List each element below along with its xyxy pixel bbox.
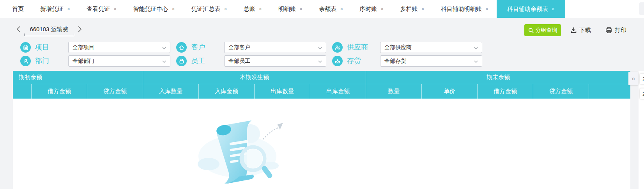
period-chip[interactable]: 2 [640, 88, 644, 99]
header-cell-credit-amount-2: 贷方金额 [533, 84, 589, 99]
table-group-header-row: 期初余额 本期发生额 期末余额 [13, 71, 630, 84]
employee-select[interactable]: 全部员工 [224, 55, 326, 67]
header-cell-outbound-amount: 出库金额 [310, 84, 366, 99]
group-header-current-period: 本期发生额 [143, 71, 366, 84]
chevron-down-icon [162, 46, 166, 50]
header-cell-empty [13, 84, 31, 99]
header-cell-quantity: 数量 [366, 84, 421, 99]
tab-subject-aux-detail[interactable]: 科目辅助明细账× [433, 0, 497, 18]
select-value: 全部部门 [73, 58, 94, 65]
tab-label: 序时账 [359, 5, 377, 13]
breadcrumb-underline [24, 34, 74, 36]
close-icon[interactable]: × [259, 6, 262, 12]
scroll-search-illustration [194, 118, 284, 184]
header-cell-unit-price: 单价 [421, 84, 477, 99]
close-icon[interactable]: × [340, 6, 343, 12]
tab-general-ledger[interactable]: 总账× [235, 0, 270, 18]
print-label: 打印 [615, 26, 626, 34]
close-icon[interactable]: × [421, 6, 425, 12]
department-select[interactable]: 全部部门 [68, 55, 170, 67]
clipboard-icon [20, 42, 31, 53]
download-icon [570, 27, 577, 34]
briefcase-icon [176, 56, 187, 66]
close-icon[interactable]: × [299, 6, 303, 12]
header-cell-inbound-amount: 入库金额 [198, 84, 254, 99]
header-cell-debit-amount: 借方金额 [31, 84, 87, 99]
tab-subsidiary-ledger[interactable]: 明细账× [270, 0, 311, 18]
group-query-button[interactable]: 分组查询 [524, 24, 561, 36]
filter-label: 项目 [35, 42, 49, 53]
chevron-left-icon[interactable] [16, 26, 22, 33]
tab-label: 明细账 [278, 5, 296, 13]
inbox-icon [332, 56, 343, 66]
tab-multi-column-ledger[interactable]: 多栏账× [392, 0, 433, 18]
header-cell-inbound-qty: 入库数量 [143, 84, 198, 99]
download-button[interactable]: 下载 [570, 24, 591, 36]
tab-label: 智能凭证中心 [133, 5, 168, 13]
tab-journal[interactable]: 序时账× [351, 0, 392, 18]
select-value: 全部员工 [228, 58, 250, 65]
search-icon [528, 28, 534, 33]
filter-label: 部门 [35, 56, 49, 66]
close-icon[interactable]: × [380, 6, 384, 12]
period-chip-label: 2 [642, 91, 644, 97]
tab-smart-voucher-center[interactable]: 智能凭证中心× [125, 0, 183, 18]
tab-home[interactable]: 首页 [4, 0, 32, 18]
filter-label: 供应商 [347, 42, 368, 53]
app-window: 首页 新增凭证× 查看凭证× 智能凭证中心× 凭证汇总表× 总账× 明细账× 余… [0, 0, 644, 189]
close-icon[interactable]: × [67, 6, 70, 12]
select-value: 全部客户 [228, 44, 250, 51]
table-header: 期初余额 本期发生额 期末余额 借方金额 贷方金额 入库数量 入库金额 出库数量… [13, 71, 630, 99]
print-button[interactable]: 打印 [605, 24, 626, 36]
close-icon[interactable]: × [485, 6, 488, 12]
tab-add-voucher[interactable]: 新增凭证× [32, 0, 78, 18]
header-cell-credit-amount: 贷方金额 [87, 84, 143, 99]
chevron-down-icon [474, 46, 478, 50]
close-icon[interactable]: × [224, 6, 227, 12]
toolbar: 660103 运输费 分组查询 下载 打印 [0, 18, 644, 41]
users-icon [332, 42, 343, 53]
tab-subject-aux-balance[interactable]: 科目辅助余额表× [497, 0, 565, 18]
tab-label: 科目辅助明细账 [441, 5, 482, 13]
tab-label: 科目辅助余额表 [507, 5, 548, 13]
chevron-down-icon [474, 59, 478, 64]
table-body-empty [13, 99, 630, 189]
close-icon[interactable]: × [113, 6, 117, 12]
group-header-ending-balance: 期末余额 [366, 71, 630, 84]
filter-label: 客户 [191, 42, 205, 53]
supplier-select[interactable]: 全部供应商 [380, 42, 482, 53]
tab-label: 新增凭证 [40, 5, 64, 13]
customer-select[interactable]: 全部客户 [224, 42, 326, 53]
close-icon[interactable]: × [172, 6, 175, 12]
close-icon[interactable]: × [552, 6, 555, 12]
project-select[interactable]: 全部项目 [68, 42, 170, 53]
double-chevron-right-icon: » [632, 75, 635, 83]
tab-balance-sheet[interactable]: 余额表× [311, 0, 351, 18]
chevron-right-icon[interactable] [76, 26, 83, 33]
group-query-label: 分组查询 [536, 27, 557, 34]
select-value: 全部项目 [73, 44, 94, 51]
empty-state-illustration [194, 118, 284, 184]
inventory-select[interactable]: 全部存货 [380, 55, 482, 67]
download-label: 下载 [579, 26, 591, 34]
tab-label: 查看凭证 [87, 5, 110, 13]
tab-voucher-summary[interactable]: 凭证汇总表× [183, 0, 235, 18]
header-cell-outbound-qty: 出库数量 [254, 84, 310, 99]
period-chip[interactable]: 2 [640, 74, 644, 84]
tab-view-voucher[interactable]: 查看凭证× [78, 0, 125, 18]
tab-label: 凭证汇总表 [191, 5, 221, 13]
tab-label: 总账 [244, 5, 255, 13]
chevron-down-icon [318, 46, 322, 50]
select-value: 全部存货 [384, 58, 406, 65]
header-cell-filler [589, 84, 630, 99]
expand-panel-button[interactable]: » [628, 72, 638, 85]
tab-bar: 首页 新增凭证× 查看凭证× 智能凭证中心× 凭证汇总表× 总账× 明细账× 余… [0, 0, 644, 18]
filter-label: 存货 [347, 56, 361, 66]
tab-label: 首页 [12, 5, 24, 13]
group-header-opening-balance: 期初余额 [13, 71, 143, 84]
filter-label: 员工 [191, 56, 205, 66]
tab-overflow-chip[interactable] [639, 2, 644, 15]
home-icon [176, 42, 187, 53]
user-icon [20, 56, 31, 66]
breadcrumb[interactable]: 660103 运输费 [26, 26, 73, 33]
